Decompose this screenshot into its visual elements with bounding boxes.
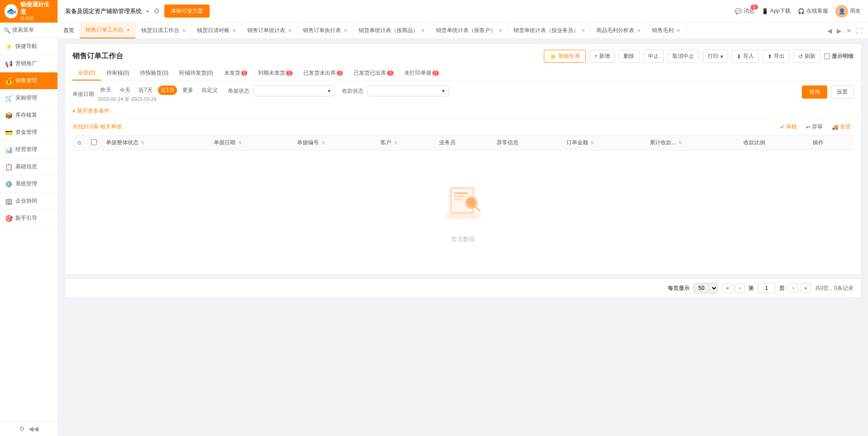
user-item[interactable]: 👤 用友 xyxy=(835,5,861,18)
tab-close-icon[interactable]: ✕ xyxy=(676,28,680,33)
sub-tab-shipped-out[interactable]: 已发货已出库0 xyxy=(348,66,399,81)
ship-btn[interactable]: 🚚 发货 xyxy=(829,122,854,132)
sort-customer-icon[interactable]: ⇅ xyxy=(394,140,398,145)
sub-tab-pending-review[interactable]: 待审核(0) xyxy=(101,66,135,81)
audit-btn[interactable]: ✔ 审核 xyxy=(777,122,800,132)
sub-tab-pending-inspect[interactable]: 待拣验货(0) xyxy=(134,66,174,81)
sort-date-icon[interactable]: ⇅ xyxy=(238,140,242,145)
tab-close-icon[interactable]: ✕ xyxy=(499,28,502,33)
tab-cash-daily[interactable]: 钱货日清工作台 ✕ xyxy=(136,23,192,38)
sidebar-bottom: ⚙ ◀◀ xyxy=(0,421,58,436)
sidebar-item-sales[interactable]: 💰 销售管理 xyxy=(0,72,58,90)
sidebar-item-basic[interactable]: 📋 基础信息 xyxy=(0,158,58,175)
sort-amount-icon[interactable]: ⇅ xyxy=(590,140,594,145)
date-btn-more[interactable]: 更多 xyxy=(180,85,196,95)
app-download-item[interactable]: 📱 App下载 xyxy=(762,7,791,15)
page-prev-btn[interactable]: ‹ xyxy=(735,283,745,293)
sub-tab-shipped-not-out[interactable]: 已发货未出库0 xyxy=(298,66,349,81)
tab-label: 销售订单工作台 xyxy=(86,26,124,34)
sidebar-item-operation[interactable]: 📊 经营管理 xyxy=(0,141,58,158)
sort-collected-icon[interactable]: ⇅ xyxy=(678,140,682,145)
page-input[interactable] xyxy=(758,283,776,293)
date-btn-yesterday[interactable]: 昨天 xyxy=(98,85,114,95)
tab-maximize-icon[interactable]: ⛶ xyxy=(854,26,864,35)
tab-close-all-icon[interactable]: ✕ xyxy=(844,26,854,35)
date-btn-today[interactable]: 今天 xyxy=(117,85,133,95)
online-service-item[interactable]: 🎧 在线客服 xyxy=(798,7,828,15)
sub-tab-wangpu[interactable]: 旺铺待发货(0) xyxy=(174,66,219,81)
tab-sales-workbench[interactable]: 销售订单工作台 ✕ xyxy=(80,23,136,38)
expand-btn[interactable]: ▾ 展开更多条件 xyxy=(72,107,110,115)
tab-close-icon[interactable]: ✕ xyxy=(232,28,236,33)
sub-tab-overdue[interactable]: 到期未发货0 xyxy=(253,66,298,81)
smart-gen-btn[interactable]: ⭐ 智能生单 xyxy=(544,50,586,63)
import-btn[interactable]: ⬇ 导入 xyxy=(732,50,759,63)
operation-icon: 📊 xyxy=(5,146,13,153)
print-btn[interactable]: 打印 ▾ xyxy=(703,50,728,63)
page-first-btn[interactable]: « xyxy=(722,283,733,293)
page-last-btn[interactable]: » xyxy=(800,283,811,293)
message-item[interactable]: 💬 消息 6 xyxy=(735,7,754,15)
sidebar-item-newbie[interactable]: 🎯 新手引导 xyxy=(0,210,58,227)
tab-close-icon[interactable]: ✕ xyxy=(182,28,186,33)
date-btn-custom[interactable]: 自定义 xyxy=(199,85,221,95)
sidebar-item-purchase[interactable]: 🛒 采购管理 xyxy=(0,90,58,107)
status-select[interactable]: ▾ xyxy=(253,85,335,96)
filter-setting-btn[interactable]: 设置 xyxy=(831,85,854,99)
search-menu[interactable]: 🔍 搜索菜单 xyxy=(0,23,58,38)
sub-tab-all[interactable]: 全部(0) xyxy=(72,66,101,81)
sub-tab-not-printed[interactable]: 未打印单据0 xyxy=(399,66,444,81)
tab-cash-reconcile[interactable]: 钱货日清对账 ✕ xyxy=(192,23,242,38)
sidebar-item-finance[interactable]: 💳 资金管理 xyxy=(0,124,58,141)
horizontal-scrollbar[interactable] xyxy=(65,274,861,279)
export-btn[interactable]: ⬆ 导出 xyxy=(762,50,790,63)
refresh-btn[interactable]: ↺ 刷新 xyxy=(793,50,820,63)
th-check[interactable] xyxy=(86,135,101,151)
phone-icon: 📱 xyxy=(762,8,768,14)
add-btn[interactable]: + 新增 xyxy=(590,50,615,63)
tab-close-icon[interactable]: ✕ xyxy=(344,28,347,33)
tab-close-icon[interactable]: ✕ xyxy=(421,28,425,33)
tab-sales-summary-staff[interactable]: 销货单统计表（按业务员） ✕ xyxy=(508,23,591,38)
sort-status-icon[interactable]: ⇅ xyxy=(141,140,144,145)
tab-close-icon[interactable]: ✕ xyxy=(288,28,292,33)
sidebar-item-marketing[interactable]: 📢 营销推广 xyxy=(0,55,58,72)
show-detail-checkbox[interactable] xyxy=(824,53,830,59)
sidebar-item-system[interactable]: ⚙️ 系统管理 xyxy=(0,175,58,193)
show-detail-label[interactable]: 显示明细 xyxy=(824,52,854,60)
tab-close-icon[interactable]: ✕ xyxy=(126,28,130,33)
solution-btn[interactable]: 体验行业方案 xyxy=(164,5,210,18)
collapse-icon[interactable]: ◀◀ xyxy=(29,425,38,432)
date-btn-1month[interactable]: 近1月 xyxy=(158,85,177,95)
delete-btn[interactable]: 删除 xyxy=(619,50,639,63)
sub-tab-not-shipped[interactable]: 未发货0 xyxy=(219,66,253,81)
tab-sales-summary-customer[interactable]: 销货单统计表（按客户） ✕ xyxy=(431,23,508,38)
settings-bottom-icon[interactable]: ⚙ xyxy=(19,425,25,432)
cancel-audit-btn[interactable]: ↩ 弃审 xyxy=(803,122,825,132)
sidebar-item-quick-nav[interactable]: ⚡ 快捷导航 xyxy=(0,38,58,55)
tabs-scroll-right-icon[interactable]: ▶ xyxy=(835,26,844,35)
pause-btn[interactable]: 中止 xyxy=(643,50,664,63)
tab-gross-profit[interactable]: 商品毛利分析表 ✕ xyxy=(591,23,647,38)
sidebar-item-enterprise[interactable]: 🏢 企业协同 xyxy=(0,193,58,210)
tab-sales-profit[interactable]: 销售毛利 ✕ xyxy=(647,23,686,38)
check-all-checkbox[interactable] xyxy=(91,139,97,145)
sort-number-icon[interactable]: ⇅ xyxy=(321,140,325,145)
sidebar-item-inventory[interactable]: 📦 库存核算 xyxy=(0,107,58,124)
tab-sales-stat[interactable]: 销售订单统计表 ✕ xyxy=(242,23,297,38)
cancel-pause-btn[interactable]: 取消中止 xyxy=(667,50,699,63)
page-size-select[interactable]: 50 20 100 xyxy=(693,283,718,294)
query-btn[interactable]: 查询 xyxy=(802,85,827,99)
tab-sales-exec[interactable]: 销售订单执行表 ✕ xyxy=(297,23,353,38)
tabs-scroll-left-icon[interactable]: ◀ xyxy=(825,26,834,35)
tab-close-icon[interactable]: ✕ xyxy=(637,28,641,33)
tab-close-icon[interactable]: ✕ xyxy=(581,28,585,33)
page-next-btn[interactable]: › xyxy=(788,283,798,293)
date-btn-7days[interactable]: 近7天 xyxy=(136,85,155,95)
topbar-gear-icon[interactable]: ⚙ xyxy=(153,7,160,15)
th-gear[interactable]: ⚙ xyxy=(72,135,86,151)
th-ratio: 收款比例 xyxy=(739,135,809,151)
payment-select[interactable]: ▾ xyxy=(367,85,449,96)
tab-sales-summary-product[interactable]: 销货单统计表（按商品） ✕ xyxy=(353,23,431,38)
tab-home[interactable]: 首页 xyxy=(58,23,80,38)
